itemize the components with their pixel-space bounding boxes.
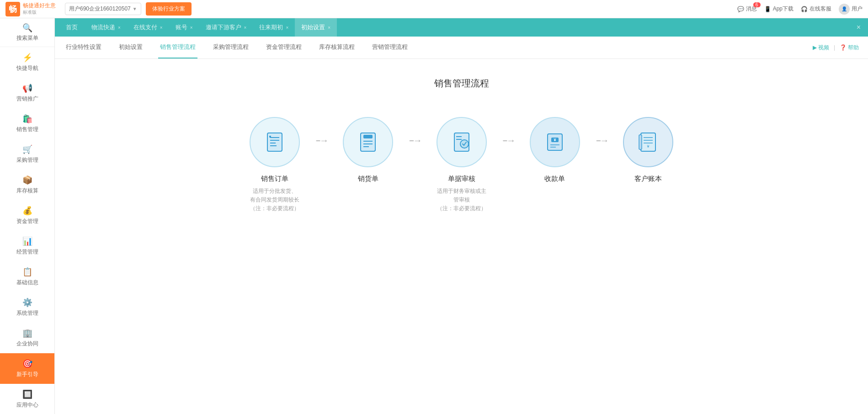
sidebar-item-operation[interactable]: 📊 经营管理 [0,231,54,261]
nav-tab-account[interactable]: 账号 × [169,18,199,37]
app-download-button[interactable]: 📱 App下载 [764,5,793,13]
nav-close-all-button[interactable]: × [853,23,864,32]
caret-icon: ▼ [133,6,137,11]
page-content: 行业特性设置 初始设置 销售管理流程 采购管理流程 资金管理流程 [55,37,868,414]
user-selector-text: 用户690企业1660120507 [69,5,131,13]
user-profile-button[interactable]: 👤 用户 [839,4,863,15]
arrow-icon-1: - - → [316,135,327,146]
sub-tab-inventoryflow-label: 库存核算流程 [319,43,355,50]
sub-tabs-bar: 行业特性设置 初始设置 销售管理流程 采购管理流程 资金管理流程 [55,37,868,59]
marketing-label: 营销推广 [16,95,38,103]
user-selector[interactable]: 用户690企业1660120507 ▼ [65,3,141,15]
nav-tab-home[interactable]: 首页 [59,18,85,37]
nav-tab-invite[interactable]: 邀请下游客户 × [199,18,253,37]
svg-rect-7 [363,135,373,138]
sub-tab-financeflow-label: 资金管理流程 [266,43,302,50]
nav-tab-home-label: 首页 [66,23,78,32]
finance-icon: 💰 [22,206,32,216]
sidebar-item-system[interactable]: ⚙️ 系统管理 [0,292,54,323]
sidebar-item-purchase[interactable]: 🛒 采购管理 [0,139,54,170]
video-action-button[interactable]: ▶ 视频 [813,44,829,52]
sales-icon: 🛍️ [22,114,32,124]
svg-text:¥: ¥ [647,144,650,149]
customerledger-icon: ¥ [636,130,660,154]
sidebar-item-newguide[interactable]: 🎯 新手引导 [0,353,54,384]
sub-tab-inventoryflow[interactable]: 库存核算流程 [317,37,357,58]
quicknav-icon: ⚡ [22,53,32,63]
search-icon: 🔍 [22,23,32,33]
nav-tab-init-close[interactable]: × [328,25,330,30]
help-icon: ❓ [840,44,847,51]
basicinfo-label: 基础信息 [16,279,38,287]
deliverynote-name: 销货单 [358,175,378,183]
nav-tab-account-close[interactable]: × [190,25,193,30]
sidebar-item-finance[interactable]: 💰 资金管理 [0,200,54,231]
sidebar-item-marketing[interactable]: 📢 营销推广 [0,78,54,108]
receipt-circle: ¥ [530,117,580,167]
nav-tab-init-label: 初始设置 [301,23,325,32]
arrow-3: - - → [503,117,514,146]
flow-step-deliverynote[interactable]: 销货单 [327,117,409,187]
enterprise-icon: 🏢 [22,328,32,338]
sub-tab-financeflow[interactable]: 资金管理流程 [264,37,304,58]
arrow-1: - - → [316,117,327,146]
nav-tab-logistics-close[interactable]: × [118,25,121,30]
sidebar-item-quicknav[interactable]: ⚡ 快捷导航 [0,47,54,78]
sidebar-item-search[interactable]: 🔍 搜索菜单 [0,18,54,47]
sub-tab-salesflow[interactable]: 销售管理流程 [158,37,197,58]
divider: | [834,44,835,51]
nav-tab-invite-close[interactable]: × [244,25,247,30]
purchase-label: 采购管理 [16,156,38,164]
sub-tab-purchaseflow[interactable]: 采购管理流程 [211,37,250,58]
system-label: 系统管理 [16,309,38,317]
video-icon: ▶ [813,44,817,51]
sidebar-item-inventory[interactable]: 📦 库存核算 [0,170,54,200]
logo-title: 畅捷通好生意 [23,2,56,10]
message-button[interactable]: 💬 消息 6 [737,5,757,13]
nav-tab-logistics-label: 物流快递 [91,23,115,32]
sidebar-item-sales[interactable]: 🛍️ 销售管理 [0,108,54,139]
trial-button[interactable]: 体验行业方案 [146,2,192,16]
logo-subtitle: 标准版 [23,9,56,16]
flow-step-receipt[interactable]: ¥ 收款单 [514,117,596,187]
system-icon: ⚙️ [22,297,32,308]
approval-circle [437,117,487,167]
enterprise-label: 企业协同 [16,340,38,348]
help-label: 帮助 [848,44,859,52]
sub-tab-salesflow-label: 销售管理流程 [160,43,196,50]
nav-tab-logistics[interactable]: 物流快递 × [85,18,127,37]
nav-tab-payment-label: 在线支付 [133,23,157,32]
nav-tab-period[interactable]: 往来期初 × [253,18,295,37]
sidebar-item-enterprise[interactable]: 🏢 企业协同 [0,323,54,353]
nav-tab-payment[interactable]: 在线支付 × [127,18,169,37]
sidebar-item-basicinfo[interactable]: 📋 基础信息 [0,261,54,292]
sub-tab-init[interactable]: 初始设置 [117,37,144,58]
deliverynote-circle [343,117,393,167]
flow-step-approval[interactable]: 单据审核 适用于财务审核或主管审核（注：非必要流程） [421,117,503,213]
finance-label: 资金管理 [16,218,38,225]
flow-step-salesorder[interactable]: 销售订单 适用于分批发货、有合同发货周期较长（注：非必要流程） [234,117,316,213]
nav-tab-invite-label: 邀请下游客户 [206,23,241,32]
sidebar-item-appcenter[interactable]: 🔲 应用中心 [0,384,54,414]
salesorder-circle [250,117,300,167]
appcenter-icon: 🔲 [22,389,32,399]
help-action-button[interactable]: ❓ 帮助 [840,44,859,52]
message-icon: 💬 [737,6,744,12]
nav-tab-account-label: 账号 [176,23,187,32]
sales-label: 销售管理 [16,126,38,133]
sub-tab-industry[interactable]: 行业特性设置 [64,37,103,58]
customerledger-name: 客户账本 [634,175,662,183]
sub-tab-marketingflow[interactable]: 营销管理流程 [370,37,410,58]
purchase-icon: 🛒 [22,144,32,154]
inventory-icon: 📦 [22,175,32,185]
receipt-icon: ¥ [543,130,567,154]
service-label: 在线客服 [809,5,831,13]
quicknav-label: 快捷导航 [16,64,38,72]
flow-step-customerledger[interactable]: ¥ 客户账本 [607,117,689,187]
approval-icon [450,130,474,154]
video-label: 视频 [818,44,829,52]
nav-tab-init[interactable]: 初始设置 × [295,18,337,37]
nav-tab-payment-close[interactable]: × [160,25,163,30]
online-service-button[interactable]: 🎧 在线客服 [801,5,831,13]
nav-tab-period-close[interactable]: × [286,25,288,30]
